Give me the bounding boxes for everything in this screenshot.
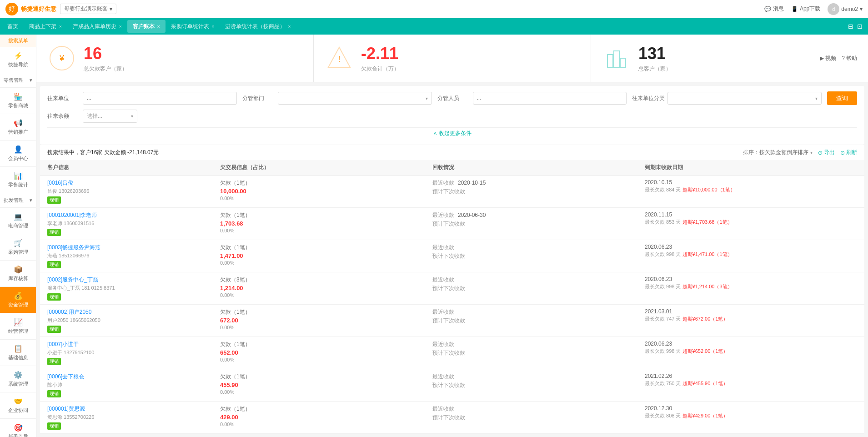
overdue-link-1[interactable]: 超期¥10,000.00（1笔） (682, 187, 735, 192)
customer-name-4[interactable]: [0002]服务中心_丁磊 (47, 276, 220, 284)
sidebar-item-basic[interactable]: 📋 基础信息 (0, 340, 36, 366)
stat-info-2: -2.11 欠款合计（万） (361, 44, 399, 73)
debt-info-2: 欠款（1笔） 1,703.68 0.00% (220, 211, 432, 233)
tab-customer[interactable]: 客户账本 × (127, 20, 166, 33)
filter-category-select[interactable]: ▾ (667, 92, 822, 105)
sidebar-item-ecommerce[interactable]: 💻 电商管理 (0, 208, 36, 234)
tab-incoming-close[interactable]: × (288, 24, 291, 29)
basic-label: 基础信息 (8, 354, 28, 361)
help-icon: ? (842, 55, 845, 61)
customer-tag-6: 现销 (47, 358, 61, 365)
table-row: [0002]服务中心_丁磊 服务中心_丁磊 181 0125 8371 现销 欠… (40, 272, 864, 305)
rec-label-1: 最近收款 (432, 180, 454, 186)
filter-dept-select[interactable]: ▾ (278, 92, 432, 105)
customer-name-3[interactable]: [0003]畅捷服务尹海燕 (47, 244, 220, 251)
debt-count-8: 欠款（1笔） (220, 405, 432, 413)
overdue-info-8: 最长欠款 808 天 超期¥429.00（1笔） (645, 412, 857, 419)
video-btn[interactable]: ▶ 视频 (820, 55, 836, 62)
help-btn[interactable]: ? 帮助 (842, 55, 857, 62)
customer-name-7[interactable]: [0006]去下粮仓 (47, 373, 220, 381)
overdue-link-7[interactable]: 超期¥455.90（1笔） (682, 381, 728, 386)
top-bar-right: 💬 消息 📱 App下载 d demo2 ▾ (764, 3, 863, 15)
tab-purchase[interactable]: 采购订单统计表 × (166, 20, 220, 33)
debt-amount-6[interactable]: 652.00 (220, 349, 432, 356)
sidebar-item-batch-mgmt[interactable]: 批发管理 ▾ (0, 193, 36, 208)
overdue-link-2[interactable]: 超期¥1,703.68（1笔） (682, 219, 733, 225)
sidebar-item-inventory[interactable]: 📦 库存核算 (0, 261, 36, 287)
app-download-label: App下载 (800, 5, 820, 13)
help-label: 帮助 (846, 55, 857, 62)
sidebar-item-retail-mgmt[interactable]: 零售管理 ▾ (0, 73, 36, 88)
sidebar-item-marketing[interactable]: 📢 营销推广 (0, 114, 36, 141)
debt-amount-5[interactable]: 672.00 (220, 317, 432, 324)
customer-tag-2: 现销 (47, 229, 61, 236)
filter-balance-select[interactable]: 选择... ▾ (83, 110, 137, 123)
sidebar-item-system[interactable]: ⚙️ 系统管理 (0, 366, 36, 392)
main-layout: 搜索菜单 ⚡ 快捷导航 零售管理 ▾ 🏪 零售商城 📢 营销推广 👤 会员中心 … (0, 35, 868, 437)
tab-production-close[interactable]: × (119, 24, 122, 29)
collapse-bar[interactable]: ∧ 收起更多条件 (47, 127, 857, 139)
industry-selector[interactable]: 母婴行业演示账套 ▾ (60, 4, 116, 14)
table-row: [0007]小进干 小进干 18279152100 现销 欠款（1笔） 652.… (40, 337, 864, 369)
customer-info-6: [0007]小进干 小进干 18279152100 现销 (47, 341, 220, 365)
system-icon: ⚙️ (14, 371, 23, 379)
tab-goods-close[interactable]: × (59, 24, 62, 29)
tab-purchase-close[interactable]: × (212, 24, 215, 29)
filter-category-label: 往来单位分类 (632, 95, 664, 102)
overdue-link-6[interactable]: 超期¥652.00（1笔） (682, 348, 728, 354)
customer-detail-5: 用户2050 18665062050 (47, 317, 220, 324)
chevron-down-icon: ▾ (131, 114, 133, 119)
quick-nav-label: 快捷导航 (8, 61, 28, 68)
sidebar-item-enterprise[interactable]: 🤝 企业协同 (0, 392, 36, 419)
tab-customer-close[interactable]: × (157, 24, 160, 29)
debt-count-2: 欠款（1笔） (220, 211, 432, 219)
customer-name-5[interactable]: [000002]用户2050 (47, 308, 220, 316)
customer-tag-7: 现销 (47, 390, 61, 397)
search-menu[interactable]: 搜索菜单 (0, 35, 36, 47)
debt-amount-3[interactable]: 1,471.00 (220, 252, 432, 259)
filter-unit-input[interactable]: ... (83, 92, 237, 105)
customer-name-2[interactable]: [0001020001]李老师 (47, 211, 220, 219)
stat-card-3-actions: ▶ 视频 ? 帮助 (820, 55, 857, 62)
chevron-down-icon: ▾ (860, 6, 863, 12)
overdue-link-8[interactable]: 超期¥429.00（1笔） (682, 413, 728, 418)
customer-name-6[interactable]: [0007]小进干 (47, 341, 220, 348)
tab-goods[interactable]: 商品上下架 × (24, 20, 67, 33)
overdue-link-3[interactable]: 超期¥1,471.00（1笔） (682, 251, 733, 257)
debt-amount-1[interactable]: 10,000.00 (220, 188, 432, 195)
export-button[interactable]: ⊙ 导出 (818, 149, 835, 156)
sidebar-item-operations[interactable]: 📈 经营管理 (0, 313, 36, 340)
debt-amount-7[interactable]: 455.90 (220, 382, 432, 388)
debt-amount-4[interactable]: 1,214.00 (220, 285, 432, 291)
sidebar-item-purchase[interactable]: 🛒 采购管理 (0, 234, 36, 261)
nav-expand-icon[interactable]: ⊡ (857, 23, 863, 30)
sidebar-item-quick-nav[interactable]: ⚡ 快捷导航 (0, 47, 36, 73)
debt-amount-2[interactable]: 1,703.68 (220, 220, 432, 227)
customer-name-1[interactable]: [0016]吕俊 (47, 179, 220, 187)
due-date-info-4: 2020.06.23 最长欠款 998 天 超期¥1,214.00（3笔） (645, 276, 857, 290)
message-btn[interactable]: 💬 消息 (764, 5, 784, 13)
customer-name-8[interactable]: [000001]黄思源 (47, 405, 220, 413)
sidebar-item-retail-mall[interactable]: 🏪 零售商城 (0, 88, 36, 114)
tab-home[interactable]: 首页 (2, 20, 24, 33)
debt-amount-value: -2.11 (361, 44, 399, 63)
tab-incoming[interactable]: 进货单统计表（按商品） × (220, 20, 296, 33)
debt-amount-label: 欠款合计（万） (361, 65, 399, 73)
refresh-button[interactable]: ⊙ 刷新 (840, 149, 857, 156)
overdue-link-4[interactable]: 超期¥1,214.00（3笔） (682, 284, 733, 289)
customer-detail-6: 小进干 18279152100 (47, 349, 220, 356)
user-avatar-area[interactable]: d demo2 ▾ (828, 3, 863, 15)
overdue-link-5[interactable]: 超期¥672.00（1笔） (682, 316, 728, 321)
sidebar-item-member[interactable]: 👤 会员中心 (0, 141, 36, 167)
filter-person-input[interactable]: ... (473, 92, 627, 105)
app-download-btn[interactable]: 📱 App下载 (791, 5, 820, 13)
sidebar-item-retail-stats[interactable]: 📊 零售统计 (0, 167, 36, 193)
debt-amount-8[interactable]: 429.00 (220, 414, 432, 421)
search-button[interactable]: 查询 (827, 91, 857, 105)
sidebar-item-newbie[interactable]: 🎯 新手引导 (0, 419, 36, 437)
sort-selector[interactable]: 排序：按欠款金额倒序排序 ▾ (743, 149, 813, 156)
nav-minimize-icon[interactable]: ⊟ (848, 23, 853, 30)
sidebar-item-finance[interactable]: 💰 资金管理 (0, 287, 36, 313)
tab-production[interactable]: 产成品入库单历史 × (67, 20, 127, 33)
sort-label: 排序：按欠款金额倒序排序 (743, 149, 808, 156)
